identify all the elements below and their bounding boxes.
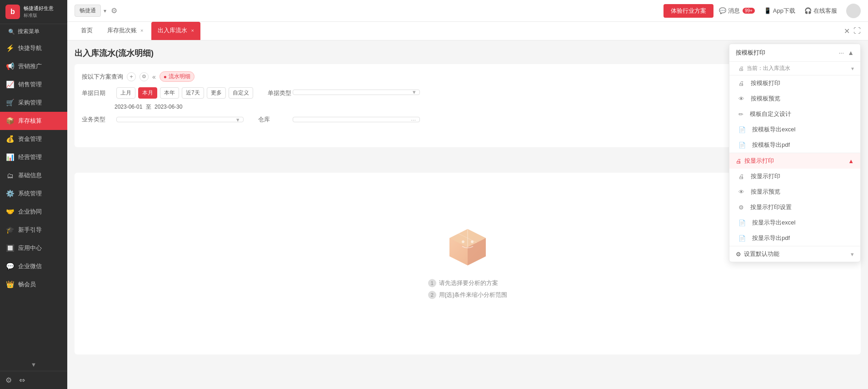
dropdown-header: 按模板打印 ··· ▲ (729, 44, 860, 62)
marketing-icon: 📢 (5, 62, 15, 71)
sidebar-item-sales[interactable]: 📈 销售管理 (0, 75, 67, 94)
online-service-action[interactable]: 🎧 在线客服 (804, 7, 837, 15)
collab-icon: 🤝 (5, 207, 15, 216)
quick-nav-icon: ⚡ (5, 44, 15, 53)
topbar-right: 💬 消息 99+ 📱 App下载 🎧 在线客服 (719, 4, 861, 18)
sidebar-item-inventory[interactable]: 📦 库存核算 (0, 112, 67, 130)
dropdown-item-display-preview[interactable]: 👁 按显示预览 (729, 184, 860, 199)
online-service-label: 在线客服 (813, 7, 837, 15)
sidebar-scroll-down[interactable]: ▼ (0, 359, 67, 371)
topbar-user-area: 畅捷通 ▾ ⚙ (75, 5, 658, 17)
dropdown-item-display-pdf[interactable]: 📄 按显示导出pdf (729, 230, 860, 246)
filter-gear-btn[interactable]: ⚙ (140, 72, 149, 81)
date-btn-7days[interactable]: 近7天 (182, 87, 204, 99)
filter-collapse-btn[interactable]: « (152, 73, 156, 80)
display-settings-icon: ⚙ (738, 204, 744, 211)
tab-close-all-icon[interactable]: ✕ (844, 27, 850, 35)
sidebar-item-label: 库存核算 (18, 117, 42, 125)
dropdown-item-display-excel[interactable]: 📄 按显示导出excel (729, 215, 860, 230)
item-label: 按显示导出excel (752, 219, 795, 227)
sidebar-item-label: 应用中心 (18, 244, 42, 252)
sidebar-item-label: 企业微信 (18, 262, 42, 270)
date-btn-this-year[interactable]: 本年 (160, 87, 179, 99)
app-center-icon: 🔲 (5, 244, 15, 253)
tab-home-label: 首页 (81, 26, 93, 35)
message-action[interactable]: 💬 消息 99+ (719, 7, 755, 15)
tab-flow-close[interactable]: × (191, 28, 194, 33)
current-label: 当前：出入库流水 (747, 65, 790, 72)
dropdown-display-section[interactable]: 🖨 按显示打印 ▲ (729, 153, 860, 169)
empty-hint-2: 2 用[选]条件来缩小分析范围 (428, 291, 507, 299)
empty-hint-1: 1 请先选择要分析的方案 (428, 279, 507, 287)
dropdown-chevron-up-icon[interactable]: ▲ (848, 49, 854, 56)
sidebar-item-quick-nav[interactable]: ⚡ 快捷导航 (0, 39, 67, 57)
filter-tag: ● 流水明细 (160, 71, 195, 82)
sidebar-item-vip[interactable]: 👑 畅会员 (0, 275, 67, 294)
finance-icon: 💰 (5, 135, 15, 144)
user-dropdown-chevron[interactable]: ▾ (104, 8, 106, 14)
sidebar: b 畅捷通好生意 标准版 🔍 搜索菜单 ⚡ 快捷导航 📢 营销推广 📈 销售管理… (0, 0, 67, 389)
date-btn-more[interactable]: 更多 (207, 87, 226, 99)
dropdown-more-icon[interactable]: ··· (838, 49, 844, 56)
sidebar-item-collab[interactable]: 🤝 企业协同 (0, 203, 67, 221)
item-label: 按显示导出pdf (752, 234, 790, 242)
sidebar-bottom: ⚙ ⇔ (0, 371, 67, 389)
app-download-action[interactable]: 📱 App下载 (764, 7, 795, 15)
sidebar-item-onboarding[interactable]: 🎓 新手引导 (0, 221, 67, 239)
svg-point-6 (471, 240, 474, 243)
warehouse-select[interactable]: ··· (293, 117, 420, 122)
tab-flow[interactable]: 出入库流水 × (151, 22, 200, 40)
sidebar-item-purchase[interactable]: 🛒 采购管理 (0, 94, 67, 112)
dropdown-item-template-customize[interactable]: ✏ 模板自定义设计 (729, 106, 860, 122)
dropdown-header-icons: ··· ▲ (838, 49, 854, 56)
sidebar-item-app-center[interactable]: 🔲 应用中心 (0, 239, 67, 257)
trial-btn[interactable]: 体验行业方案 (663, 4, 713, 18)
customize-icon: ✏ (738, 111, 743, 118)
chevron-down-icon: ▾ (413, 89, 416, 95)
dropdown-footer[interactable]: ⚙ 设置默认功能 ▾ (729, 246, 860, 262)
dropdown-item-display-settings[interactable]: ⚙ 按显示打印设置 (729, 199, 860, 215)
sidebar-item-label: 系统管理 (18, 190, 42, 198)
sidebar-item-label: 新手引导 (18, 226, 42, 234)
search-icon: 🔍 (8, 29, 15, 35)
date-btn-custom[interactable]: 自定义 (229, 87, 253, 99)
sidebar-item-label: 资金管理 (18, 135, 42, 143)
online-service-icon: 🎧 (804, 7, 812, 14)
dropdown-item-template-preview[interactable]: 👁 按模板预览 (729, 91, 860, 106)
topbar-gear-icon[interactable]: ⚙ (111, 6, 117, 15)
doc-type-select[interactable]: ▾ (293, 90, 420, 95)
sidebar-item-system[interactable]: ⚙️ 系统管理 (0, 185, 67, 203)
sidebar-item-micro[interactable]: 💬 企业微信 (0, 257, 67, 275)
tab-batch-close[interactable]: × (140, 28, 143, 33)
tab-maximize-icon[interactable]: ⛶ (853, 27, 861, 35)
date-btn-last-month[interactable]: 上月 (116, 87, 135, 99)
dropdown-current-item[interactable]: 🖨 当前：出入库流水 ▾ (729, 62, 860, 75)
filter-tag-icon: ● (164, 74, 167, 80)
sidebar-item-marketing[interactable]: 📢 营销推广 (0, 57, 67, 75)
item-label: 按显示打印设置 (750, 203, 792, 211)
footer-chevron-icon: ▾ (851, 251, 854, 258)
item-label: 按模板导出excel (752, 125, 795, 134)
collapse-sidebar-icon[interactable]: ⇔ (19, 376, 25, 384)
date-label: 单据日期 (82, 89, 109, 97)
search-menu-item[interactable]: 🔍 搜索菜单 (0, 24, 67, 39)
preview-icon: 👁 (738, 95, 744, 102)
settings-bottom-icon[interactable]: ⚙ (5, 376, 12, 384)
tab-batch[interactable]: 库存批次账 × (101, 22, 150, 40)
sidebar-item-basics[interactable]: 🗂 基础信息 (0, 166, 67, 185)
biz-type-chevron-icon: ▾ (236, 116, 239, 123)
user-avatar[interactable] (846, 4, 861, 18)
dropdown-item-display-print[interactable]: 🖨 按显示打印 (729, 169, 860, 184)
biz-type-label: 业务类型 (82, 115, 109, 124)
tab-home[interactable]: 首页 (75, 22, 99, 40)
empty-state-icon (445, 224, 490, 270)
filter-add-btn[interactable]: + (127, 72, 136, 81)
date-btn-this-month[interactable]: 本月 (138, 87, 157, 99)
sidebar-item-operations[interactable]: 📊 经营管理 (0, 148, 67, 166)
dropdown-item-template-pdf[interactable]: 📄 按模板导出pdf (729, 137, 860, 153)
biz-type-select[interactable]: ▾ (116, 117, 244, 122)
user-name-display[interactable]: 畅捷通 (75, 5, 101, 17)
dropdown-item-template-print[interactable]: 🖨 按模板打印 (729, 75, 860, 91)
sidebar-item-finance[interactable]: 💰 资金管理 (0, 130, 67, 148)
dropdown-item-template-excel[interactable]: 📄 按模板导出excel (729, 122, 860, 137)
